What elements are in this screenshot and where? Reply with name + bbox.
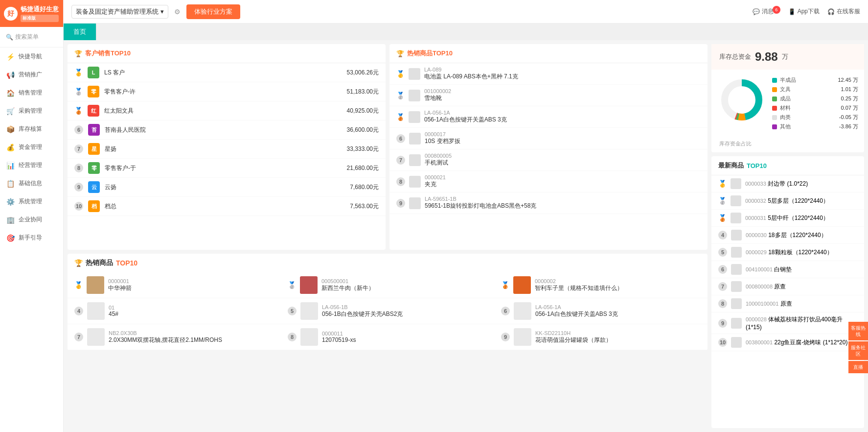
sidebar-label-sales: 销售管理 bbox=[19, 89, 42, 97]
system-icon: ⚙️ bbox=[6, 198, 15, 206]
product-name-6: 夹克 bbox=[425, 180, 701, 189]
product-code-3: LA-056-1A bbox=[424, 110, 701, 116]
customer-name-2: 零售客户-许 bbox=[104, 88, 342, 96]
customer-service-btn[interactable]: 客服热线 bbox=[848, 322, 868, 340]
sidebar-item-finance[interactable]: 💰 资金管理 bbox=[0, 138, 63, 156]
hot-medal-2: 🥈 bbox=[288, 281, 296, 289]
sidebar: 好 畅捷通好生意 标准版 🔍 搜索菜单 ⚡ 快捷导航 📢 营销推广 🏠 销售管理… bbox=[0, 0, 64, 432]
legend-value-2: 0.25 万 bbox=[841, 95, 858, 102]
legend-dot-3 bbox=[772, 106, 777, 111]
customer-name-3: 红太阳文具 bbox=[104, 107, 342, 115]
product-name-4: 10S 变档罗扳 bbox=[425, 137, 701, 145]
sidebar-item-sales[interactable]: 🏠 销售管理 bbox=[0, 84, 63, 102]
sidebar-label-system: 系统管理 bbox=[19, 197, 42, 206]
legend-item-2: 成品 0.25 万 bbox=[772, 94, 858, 103]
live-btn[interactable]: 直播 bbox=[848, 361, 868, 373]
customer-avatar-6: 零 bbox=[88, 162, 100, 174]
product-img-3 bbox=[409, 111, 420, 123]
new-product-info-4: 0000030 18多层（1220*2440） bbox=[746, 231, 857, 240]
inventory-chart-area: 半成品 12.45 万 文具 1.01 万 成品 0.25 万 bbox=[711, 70, 864, 137]
inventory-panel: 库存总资金 9.88 万 bbox=[711, 44, 864, 152]
online-service-btn[interactable]: 🎧 在线客服 bbox=[827, 7, 860, 16]
app-download-label: App下载 bbox=[798, 7, 820, 16]
product-rank-num-4: 6 bbox=[396, 134, 405, 143]
medal-icon-2: 🥈 bbox=[74, 88, 83, 96]
system-selector[interactable]: 装备及固定资产辅助管理系统 ▾ bbox=[71, 5, 168, 19]
trial-button[interactable]: 体验行业方案 bbox=[186, 4, 240, 19]
hot-name-5: 056-1B白色按键开关壳ABS2克 bbox=[322, 310, 487, 318]
hot-img-2 bbox=[300, 276, 318, 294]
sidebar-item-company[interactable]: 🏢 企业协同 bbox=[0, 211, 63, 229]
hot-img-1 bbox=[87, 276, 104, 294]
sidebar-label-newbie: 新手引导 bbox=[19, 234, 42, 242]
search-menu-btn[interactable]: 🔍 搜索菜单 bbox=[4, 31, 59, 43]
top-header: 装备及固定资产辅助管理系统 ▾ ⚙ 体验行业方案 💬 消息 6 📱 App下载 … bbox=[64, 0, 868, 24]
sidebar-item-newbie[interactable]: 🎯 新手引导 bbox=[0, 229, 63, 247]
hot-item-4: 4 01 45# bbox=[68, 298, 281, 324]
tab-home[interactable]: 首页 bbox=[64, 24, 96, 40]
legend-dot-0 bbox=[772, 78, 777, 83]
legend-value-3: 0.07 万 bbox=[841, 104, 858, 112]
customer-name-5: 星扬 bbox=[105, 145, 342, 153]
service-icon: 🎧 bbox=[827, 8, 835, 15]
top-row: 🏆 客户销售TOP10 🥇 L LS 客户 53,006.26元 🥈 bbox=[68, 44, 708, 250]
sidebar-item-inventory[interactable]: 📦 库存核算 bbox=[0, 120, 63, 138]
hot-info-1: 0000001 中华神箭 bbox=[108, 278, 274, 292]
sidebar-item-system[interactable]: ⚙️ 系统管理 bbox=[0, 192, 63, 211]
legend-list: 半成品 12.45 万 文具 1.01 万 成品 0.25 万 bbox=[772, 75, 858, 131]
new-product-code-6: 004100001 bbox=[746, 266, 773, 272]
app-download-btn[interactable]: 📱 App下载 bbox=[788, 7, 820, 16]
sidebar-item-purchase[interactable]: 🛒 采购管理 bbox=[0, 102, 63, 120]
legend-label-4: 肉类 bbox=[780, 114, 836, 121]
sidebar-search-area[interactable]: 🔍 搜索菜单 bbox=[0, 27, 63, 48]
customer-avatar-4: 苔 bbox=[88, 124, 100, 136]
sidebar-label-operation: 经营管理 bbox=[19, 161, 42, 169]
sidebar-item-marketing[interactable]: 📢 营销推广 bbox=[0, 66, 63, 84]
message-btn[interactable]: 💬 消息 6 bbox=[753, 7, 780, 16]
phone-icon: 📱 bbox=[788, 8, 796, 15]
hot-img-9 bbox=[514, 328, 531, 346]
settings-icon[interactable]: ⚙ bbox=[174, 8, 181, 16]
customer-amount-5: 33,333.00元 bbox=[347, 145, 379, 153]
hot-rank-8: 8 bbox=[288, 333, 297, 341]
sidebar-item-basic[interactable]: 📋 基础信息 bbox=[0, 174, 63, 192]
product-ranking-panel: 🏆 热销商品TOP10 🥇 LA-089 电池盖 LA-089 ABS本色+黑种… bbox=[389, 44, 708, 250]
sidebar-item-operation[interactable]: 📊 经营管理 bbox=[0, 156, 63, 174]
logo-title: 畅捷通好生意 bbox=[21, 5, 59, 14]
hot-rank-7: 7 bbox=[74, 333, 83, 341]
content-area: 🏆 客户销售TOP10 🥇 L LS 客户 53,006.26元 🥈 bbox=[64, 40, 868, 432]
service-community-btn[interactable]: 服务社区 bbox=[848, 341, 868, 360]
new-product-name-3: 5层中纤（1220*2440） bbox=[768, 215, 829, 221]
hot-products-header: 🏆 热销商品 TOP10 bbox=[68, 254, 708, 272]
hot-rank-5: 5 bbox=[288, 307, 297, 315]
hot-trophy-icon: 🏆 bbox=[74, 259, 83, 267]
inventory-header: 库存总资金 9.88 万 bbox=[711, 44, 864, 70]
product-info-6: 0000021 夹克 bbox=[425, 174, 701, 189]
new-product-name-5: 18颗粒板（1220*2440） bbox=[768, 249, 832, 256]
new-product-name-6: 白钢垫 bbox=[774, 266, 792, 273]
product-ranking-title: 热销商品TOP10 bbox=[407, 49, 453, 58]
operation-icon: 📊 bbox=[6, 162, 15, 169]
new-product-name-7: 原查 bbox=[774, 283, 786, 290]
sidebar-item-quick[interactable]: ⚡ 快捷导航 bbox=[0, 48, 63, 66]
customer-panel-header: 🏆 客户销售TOP10 bbox=[68, 44, 386, 63]
quick-icon: ⚡ bbox=[6, 53, 15, 61]
medal-icon-1: 🥇 bbox=[74, 69, 83, 76]
product-medal-1: 🥇 bbox=[396, 70, 405, 78]
customer-name-8: 档总 bbox=[105, 202, 345, 211]
sidebar-label-marketing: 营销推广 bbox=[19, 71, 42, 79]
new-product-7: 7 000800008 原查 bbox=[711, 278, 864, 295]
new-product-code-2: 0000032 bbox=[745, 198, 766, 204]
new-products-list: 🥇 0000033 封边带 (1.0*22) 🥈 0000032 5层多层（12… bbox=[711, 175, 864, 351]
hot-info-3: 0000002 智利车子里（规格不知道填什么） bbox=[535, 278, 701, 292]
customer-avatar-8: 档 bbox=[88, 200, 100, 212]
hot-products-title: 热销商品 bbox=[86, 259, 113, 267]
product-code-1: LA-089 bbox=[424, 67, 701, 72]
legend-item-5: 其他 -3.86 万 bbox=[772, 122, 858, 131]
product-info-2: 001000002 雪地靴 bbox=[424, 88, 701, 102]
legend-item-1: 文具 1.01 万 bbox=[772, 85, 858, 94]
product-rank-num-6: 8 bbox=[396, 177, 405, 186]
product-info-1: LA-089 电池盖 LA-089 ABS本色+黑种 7.1克 bbox=[424, 67, 701, 81]
new-product-info-1: 0000033 封边带 (1.0*22) bbox=[745, 180, 857, 188]
new-product-img-8 bbox=[731, 298, 742, 309]
